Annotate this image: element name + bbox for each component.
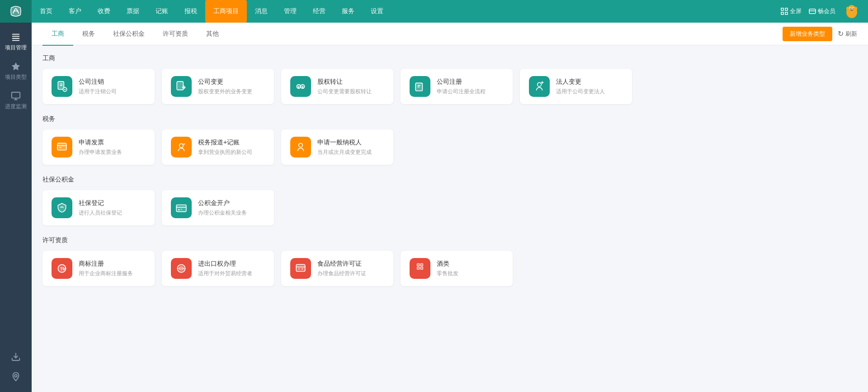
- svg-rect-3: [785, 12, 788, 14]
- card-icon-social-security: [52, 197, 72, 218]
- svg-rect-58: [417, 267, 420, 269]
- card-text-social-security: 社保登记 进行人员社保登记: [79, 199, 122, 217]
- svg-rect-52: [296, 264, 305, 271]
- card-text-company-cancel: 公司注销 适用于注销公司: [79, 78, 117, 96]
- svg-rect-14: [12, 34, 20, 35]
- nav-accounting[interactable]: 记账: [147, 0, 176, 23]
- section-xuke: 许可资质 TM 商标注册 用于企业商标注册服务: [42, 236, 857, 286]
- content-area: 工商 税务 社保公积金 许可资质 其他 新增业务类型 ↻ 刷新 工商: [32, 23, 868, 392]
- section-gongshang: 工商 公司注销 适用于注销公司: [42, 54, 857, 104]
- svg-rect-29: [177, 81, 183, 90]
- card-text-general-taxpayer: 申请一般纳税人 当月或次月成变更完成: [317, 139, 372, 156]
- sub-tabs-bar: 工商 税务 社保公积金 许可资质 其他 新增业务类型 ↻ 刷新: [32, 23, 868, 45]
- nav-settings[interactable]: 设置: [363, 0, 392, 23]
- card-icon-company-register: [410, 76, 430, 97]
- nav-invoice[interactable]: 票据: [118, 0, 147, 23]
- nav-fee[interactable]: 收费: [90, 0, 118, 23]
- card-general-taxpayer[interactable]: 申请一般纳税人 当月或次月成变更完成: [281, 129, 393, 165]
- card-alcohol[interactable]: 酒类 零售批发: [401, 251, 513, 286]
- nav-message[interactable]: 消息: [247, 0, 276, 23]
- card-import-export[interactable]: 进出口权办理 适用于对外贸易经营者: [162, 251, 274, 286]
- svg-rect-44: [176, 205, 186, 212]
- svg-rect-0: [781, 8, 783, 10]
- tab-shuiwu[interactable]: 税务: [73, 23, 104, 46]
- fullscreen-button[interactable]: 全屏: [781, 7, 802, 15]
- nav-business[interactable]: 工商项目: [205, 0, 247, 23]
- card-icon-fund-account: [171, 197, 192, 218]
- card-icon-trademark: TM: [52, 258, 72, 279]
- nav-tax[interactable]: 报税: [176, 0, 205, 23]
- section-title-shuiwu: 税务: [42, 115, 857, 123]
- nav-service[interactable]: 服务: [334, 0, 363, 23]
- card-company-cancel[interactable]: 公司注销 适用于注销公司: [42, 69, 155, 104]
- card-equity-transfer[interactable]: ¥¥ 股权转让 公司变更需要股权转让: [281, 69, 393, 104]
- section-title-gongshang: 工商: [42, 54, 857, 62]
- svg-rect-15: [12, 36, 20, 37]
- svg-point-37: [538, 82, 542, 86]
- card-company-change[interactable]: 公司变更 股权变更外的业务变更: [162, 69, 274, 104]
- tab-xuke[interactable]: 许可资质: [154, 23, 197, 46]
- card-tax-report-accounting[interactable]: 税务报道+记账 拿到营业执照的新公司: [162, 129, 274, 165]
- card-text-company-change: 公司变更 股权变更外的业务变更: [198, 78, 252, 96]
- svg-rect-59: [420, 267, 423, 269]
- sidebar-item-progress-monitor[interactable]: 进度监测: [0, 86, 32, 115]
- nav-operation[interactable]: 经营: [305, 0, 334, 23]
- tab-gongshang[interactable]: 工商: [42, 23, 73, 46]
- card-apply-invoice[interactable]: 申请发票 办理申请发票业务: [42, 129, 155, 165]
- main-layout: 项目管理 项目类型 进度监测 工商 税务 社保公积金 许可资质: [0, 23, 868, 392]
- top-nav-right: 全屏 畅会员: [781, 2, 868, 20]
- refresh-button[interactable]: ↻ 刷新: [838, 29, 857, 38]
- svg-rect-2: [781, 12, 783, 14]
- card-icon-equity-transfer: ¥¥: [290, 76, 311, 97]
- card-text-tax-report-accounting: 税务报道+记账 拿到营业执照的新公司: [198, 139, 252, 156]
- card-text-import-export: 进出口权办理 适用于对外贸易经营者: [198, 260, 252, 277]
- card-fund-account[interactable]: 公积金开户 办理公积金相关业务: [162, 190, 274, 225]
- add-type-button[interactable]: 新增业务类型: [783, 27, 832, 41]
- card-text-company-register: 公司注册 申请公司注册全流程: [437, 78, 486, 96]
- card-text-fund-account: 公积金开户 办理公积金相关业务: [198, 199, 247, 217]
- sidebar-item-project-type[interactable]: 项目类型: [0, 57, 32, 86]
- svg-point-43: [299, 143, 303, 147]
- section-title-xuke: 许可资质: [42, 236, 857, 244]
- app-logo[interactable]: [0, 0, 32, 23]
- location-icon[interactable]: [8, 368, 24, 385]
- svg-point-46: [178, 209, 179, 210]
- card-food-license[interactable]: 食品经营许可证 办理食品经营许可证: [281, 251, 393, 286]
- cards-grid-shuiwu: 申请发票 办理申请发票业务 税务报道+记账 拿到营业执照的新公司: [42, 129, 857, 165]
- card-company-register[interactable]: 公司注册 申请公司注册全流程: [401, 69, 513, 104]
- cards-grid-xuke: TM 商标注册 用于企业商标注册服务 进出口权办理 适用: [42, 251, 857, 286]
- card-text-equity-transfer: 股权转让 公司变更需要股权转让: [317, 78, 372, 96]
- card-text-legal-change: 法人变更 适用于公司变更法人: [556, 78, 605, 96]
- download-icon[interactable]: [8, 349, 24, 365]
- nav-manage[interactable]: 管理: [276, 0, 305, 23]
- sidebar-item-project-manage[interactable]: 项目管理: [0, 27, 32, 57]
- card-text-apply-invoice: 申请发票 办理申请发票业务: [79, 139, 122, 156]
- card-legal-change[interactable]: 法人变更 适用于公司变更法人: [520, 69, 632, 104]
- svg-rect-16: [12, 38, 20, 39]
- member-button[interactable]: 畅会员: [809, 7, 835, 15]
- svg-rect-38: [57, 143, 66, 150]
- svg-rect-1: [785, 8, 788, 10]
- cards-grid-gongshang: 公司注销 适用于注销公司 公司变更 股权变更外的业务变更: [42, 69, 857, 104]
- card-icon-alcohol: [410, 258, 430, 279]
- sidebar-bottom: [8, 349, 24, 392]
- refresh-icon: ↻: [838, 29, 844, 38]
- card-icon-food-license: [290, 258, 311, 279]
- tab-shebao[interactable]: 社保公积金: [104, 23, 154, 46]
- card-trademark[interactable]: TM 商标注册 用于企业商标注册服务: [42, 251, 155, 286]
- svg-point-13: [854, 7, 857, 10]
- card-icon-company-change: [171, 76, 192, 97]
- card-icon-legal-change: [529, 76, 550, 97]
- svg-point-23: [14, 374, 17, 377]
- nav-customer[interactable]: 客户: [61, 0, 90, 23]
- card-icon-company-cancel: [52, 76, 72, 97]
- tab-other[interactable]: 其他: [197, 23, 228, 46]
- card-icon-tax-report: [171, 137, 192, 158]
- svg-rect-57: [420, 263, 423, 266]
- card-social-security[interactable]: 社保登记 进行人员社保登记: [42, 190, 155, 225]
- nav-home[interactable]: 首页: [32, 0, 61, 23]
- svg-rect-56: [417, 263, 420, 266]
- page-content: 工商 公司注销 适用于注销公司: [32, 45, 868, 392]
- svg-rect-17: [12, 40, 20, 41]
- svg-marker-18: [12, 62, 20, 70]
